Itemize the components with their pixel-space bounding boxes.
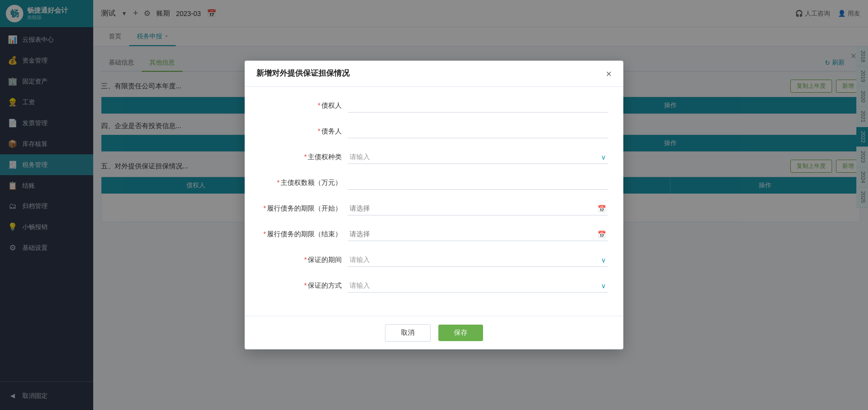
label-guarantee-method: 保证的方式 [260,281,348,290]
save-button[interactable]: 保存 [438,325,483,341]
period-start-input[interactable] [348,201,608,215]
creditor-input-wrap [348,98,608,113]
field-guarantee-method: 保证的方式 请输入 ∨ [260,279,608,293]
field-period-start: 履行债务的期限（开始） 📅 [260,201,608,215]
label-creditor: 债权人 [260,101,348,110]
period-end-input[interactable] [348,227,608,241]
debt-type-select[interactable]: 请输入 [348,150,608,164]
guarantee-period-select[interactable]: 请输入 [348,253,608,267]
label-period-start: 履行债务的期限（开始） [260,204,348,213]
period-end-wrap: 📅 [348,227,608,241]
modal-body: 债权人 债务人 主债权种类 请输入 ∨ [245,87,623,316]
modal-dialog: 新增对外提供保证担保情况 × 债权人 债务人 主债权种类 [245,61,623,349]
field-debt-type: 主债权种类 请输入 ∨ [260,150,608,164]
debtor-input[interactable] [348,124,608,138]
debt-amount-input[interactable] [348,176,608,190]
modal-title: 新增对外提供保证担保情况 [256,68,350,79]
label-debt-amount: 主债权数额（万元） [260,179,348,187]
modal-overlay: 新增对外提供保证担保情况 × 债权人 债务人 主债权种类 [0,0,868,410]
field-guarantee-period: 保证的期间 请输入 ∨ [260,253,608,267]
cancel-button[interactable]: 取消 [385,324,431,342]
modal-header: 新增对外提供保证担保情况 × [245,61,623,87]
label-debt-type: 主债权种类 [260,153,348,162]
field-debt-amount: 主债权数额（万元） [260,176,608,190]
label-period-end: 履行债务的期限（结束） [260,230,348,239]
modal-close-button[interactable]: × [606,69,612,79]
field-debtor: 债务人 [260,124,608,138]
field-creditor: 债权人 [260,98,608,113]
field-period-end: 履行债务的期限（结束） 📅 [260,227,608,241]
debt-amount-input-wrap [348,176,608,190]
guarantee-period-select-wrap: 请输入 ∨ [348,253,608,267]
guarantee-method-select[interactable]: 请输入 [348,279,608,293]
guarantee-method-select-wrap: 请输入 ∨ [348,279,608,293]
label-guarantee-period: 保证的期间 [260,256,348,264]
debt-type-select-wrap: 请输入 ∨ [348,150,608,164]
debtor-input-wrap [348,124,608,138]
label-debtor: 债务人 [260,127,348,136]
modal-footer: 取消 保存 [245,316,623,349]
creditor-input[interactable] [348,98,608,113]
period-start-wrap: 📅 [348,201,608,215]
